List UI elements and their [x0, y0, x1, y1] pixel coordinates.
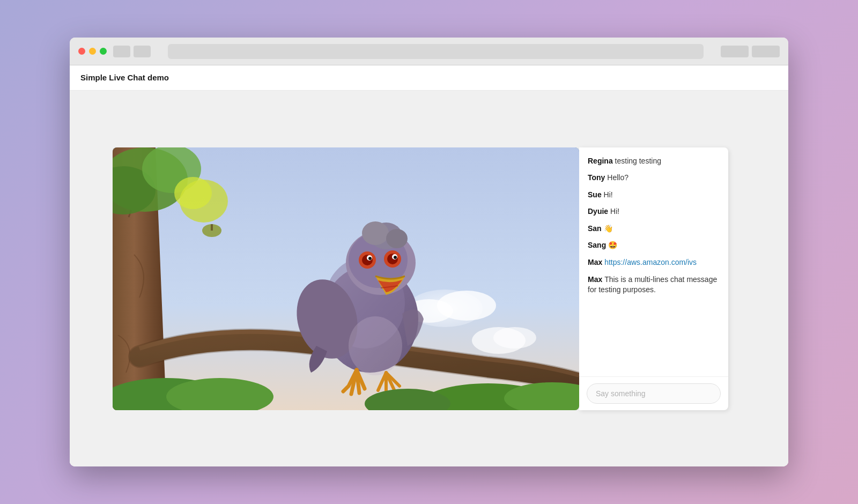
- page-title: Simple Live Chat demo: [80, 73, 169, 82]
- svg-point-27: [394, 256, 397, 259]
- chat-username: Tony: [588, 173, 607, 182]
- chat-input-area: [579, 376, 728, 410]
- chat-panel: Regina testing testingTony Hello?Sue Hi!…: [579, 147, 728, 410]
- back-button[interactable]: [113, 46, 130, 57]
- chat-text: 🤩: [608, 241, 617, 249]
- svg-point-23: [368, 257, 372, 260]
- chat-message: Sue Hi!: [588, 190, 720, 201]
- chat-link[interactable]: https://aws.amazon.com/ivs: [604, 258, 697, 266]
- chat-text: 👋: [604, 224, 613, 233]
- browser-titlebar: [70, 38, 788, 65]
- video-player[interactable]: [113, 147, 579, 410]
- chat-message: Regina testing testing: [588, 156, 720, 167]
- chat-message: Tony Hello?: [588, 173, 720, 183]
- chat-message: Dyuie Hi!: [588, 206, 720, 217]
- chat-username: Max: [588, 275, 604, 284]
- svg-point-19: [386, 229, 408, 248]
- more-button[interactable]: [752, 46, 780, 57]
- chat-message: San 👋: [588, 224, 720, 234]
- chat-text: Hi!: [610, 207, 619, 216]
- chat-username: Sue: [588, 190, 604, 199]
- chat-text: This is a multi-lines chat message for t…: [588, 275, 717, 294]
- chat-message: Max This is a multi-lines chat message f…: [588, 275, 720, 295]
- address-bar[interactable]: [168, 44, 704, 59]
- chat-message: Sang 🤩: [588, 240, 720, 251]
- svg-point-10: [174, 177, 212, 209]
- chat-username: Regina: [588, 157, 615, 165]
- minimize-button[interactable]: [89, 48, 96, 55]
- maximize-button[interactable]: [100, 48, 107, 55]
- svg-point-29: [349, 316, 402, 375]
- svg-point-5: [493, 327, 536, 349]
- chat-text: Hi!: [604, 190, 613, 199]
- chat-username: Sang: [588, 241, 608, 249]
- forward-button[interactable]: [134, 46, 151, 57]
- browser-nav-buttons: [113, 46, 151, 57]
- share-button[interactable]: [721, 46, 749, 57]
- chat-username: Max: [588, 258, 604, 266]
- chat-message: Max https://aws.amazon.com/ivs: [588, 257, 720, 268]
- chat-input[interactable]: [587, 383, 721, 404]
- svg-point-18: [362, 221, 389, 245]
- chat-messages: Regina testing testingTony Hello?Sue Hi!…: [579, 147, 728, 376]
- browser-content: Simple Live Chat demo: [70, 65, 788, 466]
- traffic-lights: [78, 48, 107, 55]
- page-body: Regina testing testingTony Hello?Sue Hi!…: [70, 91, 788, 466]
- video-frame: [113, 147, 579, 410]
- svg-rect-12: [211, 224, 213, 231]
- browser-action-buttons: [721, 46, 780, 57]
- page-header: Simple Live Chat demo: [70, 65, 788, 91]
- chat-text: Hello?: [607, 173, 628, 182]
- content-area: Regina testing testingTony Hello?Sue Hi!…: [113, 147, 745, 410]
- chat-username: Dyuie: [588, 207, 610, 216]
- chat-username: San: [588, 224, 604, 233]
- browser-window: Simple Live Chat demo: [70, 38, 788, 466]
- chat-text: testing testing: [615, 157, 661, 165]
- close-button[interactable]: [78, 48, 85, 55]
